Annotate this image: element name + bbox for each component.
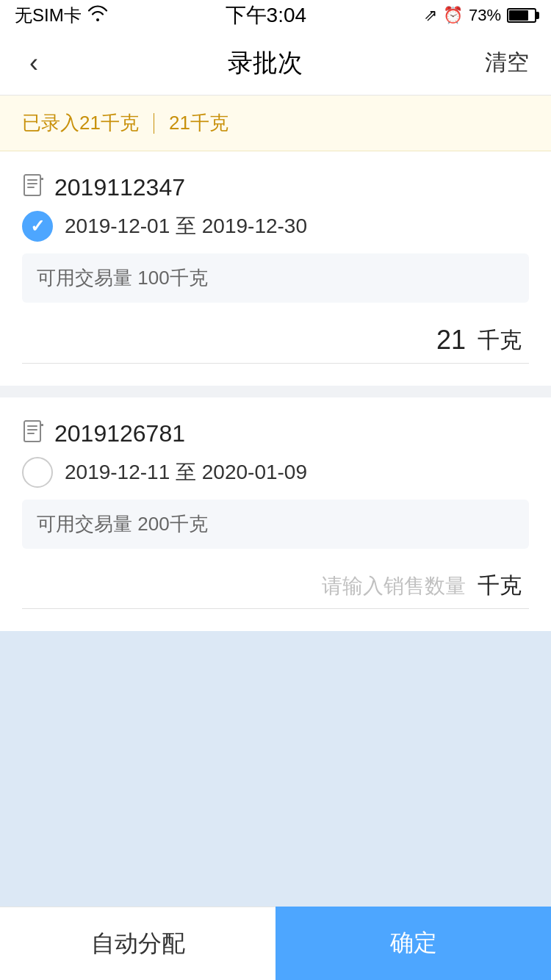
svg-rect-1: [27, 179, 37, 181]
svg-rect-7: [27, 429, 37, 430]
batch-volume-2: 可用交易量 200千克: [22, 500, 529, 549]
batch-card-1: 2019112347 2019-12-01 至 2019-12-30 可用交易量…: [0, 151, 551, 386]
batch-header-2: 2019126781: [22, 419, 529, 448]
volume-label-2: 可用交易量 200千克: [37, 513, 208, 535]
total-amount: 21千克: [169, 110, 228, 136]
status-bar-left: 无SIM卡: [15, 4, 108, 27]
svg-rect-9: [41, 424, 43, 426]
batch-date-2: 2019-12-11 至 2020-01-09: [65, 458, 307, 486]
volume-label-1: 可用交易量 100千克: [37, 267, 208, 289]
batch-date-1: 2019-12-01 至 2019-12-30: [65, 212, 307, 240]
quantity-unit-2: 千克: [478, 571, 522, 601]
battery-percent: 73%: [469, 6, 501, 25]
status-bar-time: 下午3:04: [226, 1, 307, 29]
back-button[interactable]: ‹: [22, 40, 46, 86]
batch-volume-1: 可用交易量 100千克: [22, 253, 529, 303]
alarm-icon: ⏰: [443, 6, 463, 25]
svg-rect-4: [41, 178, 43, 180]
status-bar: 无SIM卡 下午3:04 ⇗ ⏰ 73%: [0, 0, 551, 31]
wifi-icon: [87, 5, 108, 26]
auto-distribute-button[interactable]: 自动分配: [0, 907, 276, 980]
batch-item-2: 2019126781 2019-12-11 至 2020-01-09 可用交易量…: [22, 419, 529, 609]
quantity-placeholder-2[interactable]: 请输入销售数量: [322, 572, 466, 600]
quantity-row-1: 21 千克: [22, 310, 529, 364]
quantity-value-1: 21: [436, 325, 466, 356]
carrier-text: 无SIM卡: [15, 4, 82, 27]
batch-doc-icon-1: [22, 173, 46, 202]
batch-id-1: 2019112347: [54, 174, 185, 201]
svg-rect-6: [27, 425, 37, 427]
svg-rect-8: [27, 433, 35, 434]
svg-rect-2: [27, 183, 37, 184]
battery-icon: [507, 8, 536, 23]
batch-date-row-1[interactable]: 2019-12-01 至 2019-12-30: [22, 211, 529, 242]
status-bar-right: ⇗ ⏰ 73%: [424, 6, 536, 25]
confirm-button[interactable]: 确定: [276, 907, 551, 980]
quantity-unit-1: 千克: [478, 325, 522, 356]
svg-rect-5: [24, 421, 40, 442]
svg-rect-0: [24, 175, 40, 195]
bottom-empty-area: [0, 631, 551, 925]
batch-header-1: 2019112347: [22, 173, 529, 202]
radio-button-1[interactable]: [22, 211, 53, 242]
batch-item-1: 2019112347 2019-12-01 至 2019-12-30 可用交易量…: [22, 173, 529, 364]
recorded-amount-label: 已录入21千克: [22, 110, 139, 136]
info-banner: 已录入21千克 21千克: [0, 96, 551, 151]
radio-button-2[interactable]: [22, 457, 53, 488]
quantity-row-2[interactable]: 请输入销售数量 千克: [22, 556, 529, 609]
batch-id-2: 2019126781: [54, 420, 185, 447]
main-content: 已录入21千克 21千克 2019112347 2: [0, 96, 551, 925]
batch-date-row-2[interactable]: 2019-12-11 至 2020-01-09: [22, 457, 529, 488]
batch-card-2: 2019126781 2019-12-11 至 2020-01-09 可用交易量…: [0, 386, 551, 631]
nav-bar: ‹ 录批次 清空: [0, 31, 551, 96]
clear-button[interactable]: 清空: [485, 48, 529, 78]
page-title: 录批次: [228, 46, 303, 80]
batch-doc-icon-2: [22, 419, 46, 448]
banner-divider: [154, 113, 154, 134]
svg-rect-3: [27, 187, 35, 188]
bottom-buttons: 自动分配 确定: [0, 907, 551, 980]
location-icon: ⇗: [424, 6, 437, 25]
